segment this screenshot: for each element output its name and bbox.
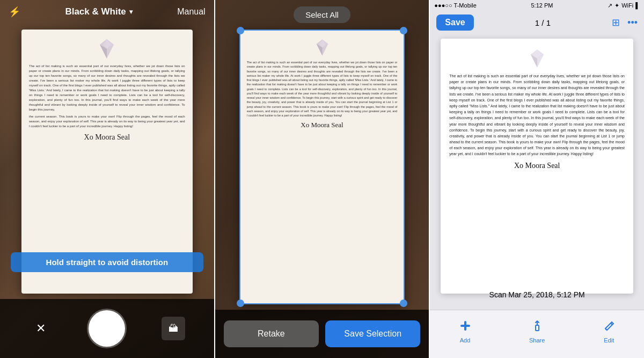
status-time: 5:12 PM [531,2,553,9]
camera-top-bar: ⚡ Black & White ▾ Manual [0,0,214,24]
document-text-2: The act of list making is such an essent… [247,60,398,118]
hint-banner: Hold straight to avoid distortion [11,252,203,272]
grid-icon[interactable]: ⊞ [612,17,620,28]
save-label: Save [445,18,465,27]
manual-label: Manual [177,7,205,17]
wifi-icon: WiFi [621,2,633,9]
result-signature: Xo Moora Seal [514,162,560,170]
bluetooth-icon: ✦ [614,2,619,9]
selection-panel: Select All The act of list making is suc… [215,0,429,358]
flash-icon[interactable]: ⚡ [9,6,20,18]
share-icon [531,320,543,335]
add-toolbar-item[interactable]: Add [459,320,471,344]
signal-dots: ●●●○○ [434,2,452,9]
gem-icon [99,38,115,60]
selection-controls: Retake Save Selection [215,310,429,358]
save-button[interactable]: Save [436,14,473,31]
result-document: The act of list making is such an essent… [441,39,633,294]
mode-label: Black & White [65,6,126,17]
document-preview-2: The act of list making is such an essent… [239,30,405,304]
gallery-button[interactable]: 🏔 [162,317,185,340]
edit-icon [603,320,615,335]
shutter-button[interactable] [89,310,125,347]
close-button[interactable]: ✕ [29,317,53,340]
gallery-icon: 🏔 [169,323,178,334]
edit-label: Edit [604,337,614,344]
page-count: 1 / 1 [535,18,551,27]
status-bar: ●●●○○ T-Mobile 5:12 PM ↗ ✦ WiFi ▌ [430,0,644,11]
save-selection-label: Save Selection [344,329,401,339]
gem-icon-2 [316,38,329,57]
document-text-1: The act of list making is such an essent… [29,64,185,112]
retake-button[interactable]: Retake [224,320,319,347]
svg-line-15 [611,323,612,325]
share-toolbar-item[interactable]: Share [529,320,545,344]
svg-rect-14 [536,325,539,331]
retake-label: Retake [258,329,285,339]
view-options: ⊞ ••• [612,17,638,28]
select-all-button[interactable]: Select All [294,6,350,23]
edit-toolbar-item[interactable]: Edit [603,320,615,344]
close-icon: ✕ [36,322,46,335]
result-top-bar: Save 1 / 1 ⊞ ••• [430,11,644,34]
location-icon: ↗ [608,2,612,9]
battery-icon: ▌ [635,2,640,9]
more-options-icon[interactable]: ••• [627,17,638,28]
status-icons: ↗ ✦ WiFi ▌ [608,2,640,9]
add-icon [459,320,471,335]
carrier-name: T-Mobile [454,2,477,9]
signature-1: Xo Moora Seal [84,133,130,142]
add-label: Add [460,337,471,344]
result-toolbar: Add Share Edit [430,310,644,358]
document-text-1b: the current season. This book is yours t… [29,114,185,129]
camera-controls: ✕ 🏔 [0,299,214,358]
mode-selector[interactable]: Black & White ▾ [65,6,132,17]
scan-date: Scan Mar 25, 2018, 5:12 PM [430,290,644,299]
save-selection-button[interactable]: Save Selection [325,320,420,347]
select-all-label: Select All [305,10,339,19]
chevron-down-icon: ▾ [129,8,133,16]
result-panel: ●●●○○ T-Mobile 5:12 PM ↗ ✦ WiFi ▌ Save 1… [430,0,644,358]
signature-2: Xo Moora Seal [301,121,343,129]
share-label: Share [529,337,545,344]
hint-text: Hold straight to avoid distortion [46,258,169,267]
svg-rect-13 [460,325,470,327]
gem-icon-3 [530,48,545,69]
status-carrier: ●●●○○ T-Mobile [434,2,476,9]
result-document-text: The act of list making is such an essent… [449,73,625,157]
camera-panel: ⚡ Black & White ▾ Manual The act of list… [0,0,214,358]
